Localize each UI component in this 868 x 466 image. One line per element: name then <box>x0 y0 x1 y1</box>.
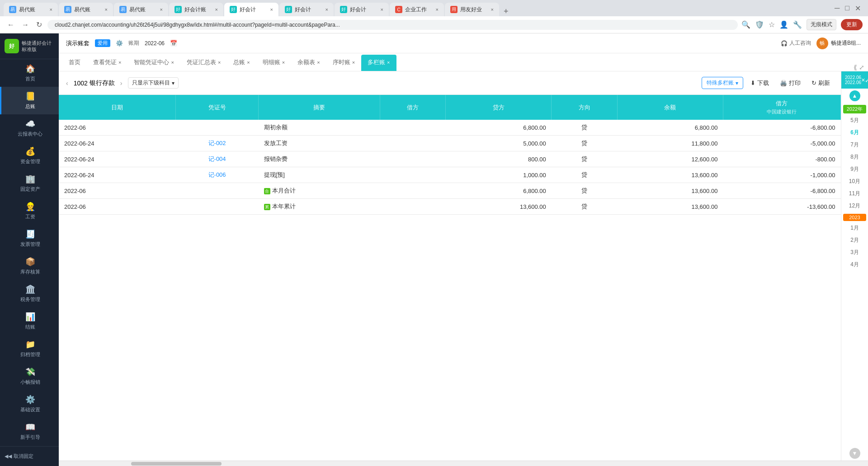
tab-close-3[interactable]: × <box>160 7 163 12</box>
sidebar-item-inventory[interactable]: 📦 库存核算 <box>0 252 59 280</box>
close-tab-general-ledger[interactable]: × <box>247 60 250 65</box>
tab-8[interactable]: C 企业工作 × <box>390 3 444 16</box>
close-tab-sequence[interactable]: × <box>352 60 355 65</box>
panel-expand-button[interactable]: ⤢ <box>865 76 868 84</box>
sidebar-item-invoice[interactable]: 🧾 发票管理 <box>0 225 59 252</box>
tab-9[interactable]: 用 用友好业 × <box>445 3 499 16</box>
forward-button[interactable]: → <box>20 19 31 31</box>
sidebar-item-close[interactable]: 📊 结账 <box>0 307 59 335</box>
unpin-button[interactable]: ◀◀ 取消固定 <box>3 451 56 461</box>
print-button[interactable]: 🖨️ 打印 <box>776 77 804 89</box>
tab-balance[interactable]: 余额表 × <box>291 55 326 71</box>
update-button[interactable]: 更新 <box>841 19 863 30</box>
sidebar-item-salary[interactable]: 👷 工资 <box>0 197 59 225</box>
sidebar-item-funds[interactable]: 💰 资金管理 <box>0 142 59 169</box>
collapse-right-icon[interactable]: ⟪ <box>854 64 857 71</box>
tab-detail-ledger[interactable]: 明细账 × <box>256 55 291 71</box>
month-november[interactable]: 11月 <box>841 188 868 200</box>
tab-view-voucher[interactable]: 查看凭证 × <box>87 55 127 71</box>
tab-7[interactable]: 好 好会计 × <box>335 3 389 16</box>
sidebar-item-home[interactable]: 🏠 首页 <box>0 59 59 87</box>
tab-close-5[interactable]: × <box>270 7 273 12</box>
scrollbar-thumb[interactable] <box>131 462 222 466</box>
tab-5[interactable]: 好 好会计 × <box>224 3 278 16</box>
sidebar-item-expense[interactable]: 💸 小畅报销 <box>0 362 59 390</box>
incognito-mode-button[interactable]: 无痕模式 <box>807 19 836 30</box>
horizontal-scrollbar[interactable] <box>59 461 868 466</box>
tab-close-9[interactable]: × <box>491 7 494 12</box>
cell-voucher-4[interactable]: 记-006 <box>176 167 259 183</box>
month-july[interactable]: 7月 <box>841 139 868 151</box>
cell-voucher-3[interactable]: 记-004 <box>176 151 259 167</box>
consult-button[interactable]: 🎧 人工咨询 <box>781 39 811 47</box>
tab-sequence[interactable]: 序时账 × <box>326 55 361 71</box>
tab-close-8[interactable]: × <box>436 7 439 12</box>
tab-close-2[interactable]: × <box>105 7 108 12</box>
tab-4[interactable]: 好 好会计账 × <box>169 3 223 16</box>
panel-close-button[interactable]: × <box>861 76 865 84</box>
month-jan-2023[interactable]: 1月 <box>841 222 868 234</box>
close-window-button[interactable]: ✕ <box>855 4 861 13</box>
month-september[interactable]: 9月 <box>841 163 868 175</box>
tab-6[interactable]: 好 好会计 × <box>279 3 334 16</box>
star-icon[interactable]: ☆ <box>769 20 775 29</box>
close-tab-multi-column[interactable]: × <box>387 60 390 65</box>
sidebar-item-guide[interactable]: 📖 新手引导 <box>0 418 59 445</box>
month-october[interactable]: 10月 <box>841 175 868 188</box>
new-tab-button[interactable]: + <box>500 7 512 16</box>
url-input[interactable]: cloud2.chanjet.com/accounting/uh26t264j5… <box>47 20 738 30</box>
tab-close-6[interactable]: × <box>326 7 328 12</box>
calendar-icon[interactable]: 📅 <box>170 40 177 47</box>
tab-1[interactable]: 易 易代账 × <box>4 3 58 16</box>
tab-2[interactable]: 易 易代账 × <box>59 3 113 16</box>
month-apr-2023[interactable]: 4月 <box>841 259 868 271</box>
close-tab-voucher-summary[interactable]: × <box>218 60 221 65</box>
scroll-down-button[interactable]: ▼ <box>849 448 860 459</box>
month-feb-2023[interactable]: 2月 <box>841 234 868 246</box>
month-may[interactable]: 5月 <box>841 114 868 127</box>
close-tab-view-voucher[interactable]: × <box>118 60 121 65</box>
prev-account-button[interactable]: ‹ <box>66 80 68 87</box>
tab-close-1[interactable]: × <box>50 7 52 12</box>
tab-close-7[interactable]: × <box>381 7 383 12</box>
sidebar-item-archive[interactable]: 📁 归档管理 <box>0 335 59 362</box>
search-icon[interactable]: 🔍 <box>741 20 750 29</box>
minimize-button[interactable]: ─ <box>835 4 840 12</box>
download-button[interactable]: ⬇ 下载 <box>747 77 773 89</box>
close-tab-detail-ledger[interactable]: × <box>282 60 285 65</box>
month-august[interactable]: 8月 <box>841 151 868 163</box>
sidebar-item-tax[interactable]: 🏛️ 税务管理 <box>0 280 59 307</box>
sidebar-item-ledger[interactable]: 📒 总账 <box>0 87 59 114</box>
sub-account-filter[interactable]: 只显示下级科目 ▾ <box>128 77 179 89</box>
tab-multi-column[interactable]: 多栏账 × <box>361 55 396 71</box>
refresh-button[interactable]: ↻ 刷新 <box>808 77 834 89</box>
month-december[interactable]: 12月 <box>841 200 868 212</box>
sidebar-item-reports[interactable]: ☁️ 云报表中心 <box>0 114 59 142</box>
tab-3[interactable]: 易 易代账 × <box>114 3 168 16</box>
profile-icon[interactable]: 👤 <box>779 20 788 29</box>
tab-voucher-summary[interactable]: 凭证汇总表 × <box>180 55 227 71</box>
close-tab-smart-voucher[interactable]: × <box>171 60 174 65</box>
month-mar-2023[interactable]: 3月 <box>841 246 868 259</box>
settings-gear-icon[interactable]: ⚙️ <box>116 40 123 47</box>
multi-col-button[interactable]: 特殊多栏账 ▾ <box>702 77 743 89</box>
tab-home[interactable]: 首页 <box>62 55 87 71</box>
maximize-button[interactable]: □ <box>845 4 849 12</box>
cell-credit-3: 800.00 <box>446 151 552 167</box>
extension-icon[interactable]: 🔧 <box>793 20 802 29</box>
scroll-up-button[interactable]: ▲ <box>849 90 860 101</box>
tab-close-4[interactable]: × <box>215 7 218 12</box>
month-june[interactable]: 6月 <box>841 127 868 139</box>
reload-button[interactable]: ↻ <box>34 19 44 31</box>
next-account-button[interactable]: › <box>120 80 123 87</box>
sidebar-item-settings[interactable]: ⚙️ 基础设置 <box>0 390 59 418</box>
shield-icon[interactable]: 🛡️ <box>755 20 764 29</box>
cell-balance-1: 6,800.00 <box>618 120 723 136</box>
back-button[interactable]: ← <box>5 19 16 31</box>
sidebar-item-assets[interactable]: 🏢 固定资产 <box>0 169 59 197</box>
cell-voucher-2[interactable]: 记-002 <box>176 136 259 151</box>
tab-general-ledger[interactable]: 总账 × <box>227 55 256 71</box>
tab-smart-voucher[interactable]: 智能凭证中心 × <box>127 55 180 71</box>
close-tab-balance[interactable]: × <box>317 60 320 65</box>
expand-icon[interactable]: ⤢ <box>859 64 864 71</box>
